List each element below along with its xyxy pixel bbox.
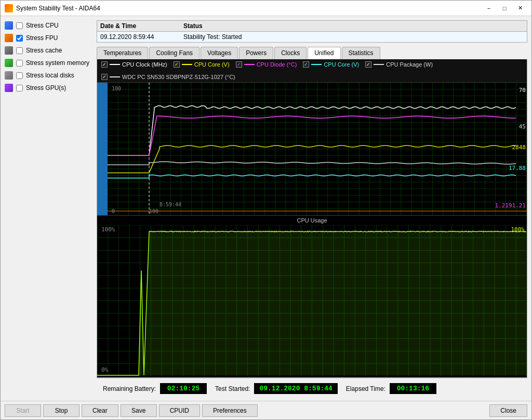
legend-cpu-diode-check[interactable]: ✓	[236, 61, 242, 68]
stress-memory-item: Stress system memory	[5, 58, 92, 68]
stress-cache-label: Stress cache	[26, 47, 62, 54]
elapsed-value: 00:13:16	[390, 383, 436, 394]
legend-cpu-diode-color	[244, 64, 255, 65]
fpu-icon	[5, 34, 13, 42]
legend-wdc-color	[110, 76, 120, 77]
legend-cpu-diode[interactable]: ✓ CPU Diode (°C)	[236, 61, 297, 68]
tab-temperatures[interactable]: Temperatures	[97, 47, 148, 59]
gpu-icon	[5, 84, 13, 92]
elapsed-label: Elapsed Time:	[346, 385, 385, 392]
left-panel: Stress CPU Stress FPU Stress cache Stres…	[1, 16, 97, 401]
x-label-0: 0	[112, 208, 115, 214]
tab-powers[interactable]: Powers	[239, 47, 273, 59]
stress-disk-item: Stress local disks	[5, 70, 92, 81]
clear-button[interactable]: Clear	[82, 404, 118, 417]
battery-item: Remaining Battery: 02:10:25	[103, 383, 207, 394]
maximize-button[interactable]: □	[497, 3, 512, 14]
close-window-button[interactable]: ✕	[513, 3, 527, 14]
legend-cpu-core-v2-label: CPU Core (V)	[324, 61, 359, 68]
legend-cpu-clock-check[interactable]: ✓	[101, 61, 108, 68]
bottom-bar: Start Stop Clear Save CPUID Preferences …	[1, 401, 531, 419]
y-value-1219: 1.2191.21	[495, 202, 526, 209]
top-chart-wrapper: 70 45 2848 17.88 1.2191.21 0 100 100 8:5…	[108, 83, 527, 215]
stress-gpu-checkbox[interactable]	[16, 85, 23, 91]
x-timestamp: 8:59:44	[159, 202, 181, 207]
legend-cpu-core-v2-color	[311, 64, 322, 65]
legend-cpu-core-v2-check[interactable]: ✓	[303, 61, 309, 68]
app-icon	[5, 4, 13, 12]
legend-cpu-clock[interactable]: ✓ CPU Clock (MHz)	[101, 61, 167, 68]
datetime-header: Date & Time	[100, 22, 183, 30]
tab-content-unified: ✓ CPU Clock (MHz) ✓ CPU Core (V) ✓ CPU D…	[97, 59, 527, 378]
x-label-100: 100	[149, 208, 158, 214]
tab-clocks[interactable]: Clocks	[274, 47, 307, 59]
bottom-chart-container: CPU Usage 100% 100% 0%	[97, 215, 527, 377]
legend-cpu-package-check[interactable]: ✓	[365, 61, 371, 68]
datetime-value: 09.12.2020 8:59:44	[100, 33, 183, 41]
cpu-icon	[5, 21, 13, 30]
right-section: Date & Time Status 09.12.2020 8:59:44 St…	[97, 16, 531, 401]
close-button[interactable]: Close	[489, 404, 527, 417]
cache-icon	[5, 46, 13, 55]
y-value-1788: 17.88	[509, 165, 526, 172]
preferences-button[interactable]: Preferences	[202, 404, 258, 417]
tab-cooling-fans[interactable]: Cooling Fans	[149, 47, 200, 59]
legend-cpu-core-v2[interactable]: ✓ CPU Core (V)	[303, 61, 359, 68]
status-table-header: Date & Time Status	[97, 21, 527, 32]
legend-cpu-diode-label: CPU Diode (°C)	[257, 61, 297, 68]
stress-gpu-item: Stress GPU(s)	[5, 83, 92, 93]
window-title: System Stability Test - AIDA64	[16, 5, 482, 12]
tab-unified[interactable]: Unified	[308, 47, 340, 59]
tab-statistics[interactable]: Statistics	[342, 47, 380, 59]
elapsed-item: Elapsed Time: 00:13:16	[346, 383, 436, 394]
stress-gpu-label: Stress GPU(s)	[26, 84, 66, 91]
legend-wdc-check[interactable]: ✓	[101, 74, 108, 80]
title-bar: System Stability Test - AIDA64 − □ ✕	[1, 1, 531, 16]
cpu-usage-max: 100%	[511, 226, 525, 233]
stress-fpu-checkbox[interactable]	[16, 35, 23, 42]
y-value-70: 70	[519, 87, 526, 94]
test-started-item: Test Started: 09.12.2020 8:59:44	[215, 383, 338, 394]
window-controls: − □ ✕	[482, 3, 527, 14]
battery-label: Remaining Battery:	[103, 385, 156, 392]
minimize-button[interactable]: −	[482, 3, 496, 14]
cpu-usage-top-label: 100%	[101, 226, 115, 233]
cpu-usage-bottom-label: 0%	[101, 366, 108, 373]
legend-cpu-core-v[interactable]: ✓ CPU Core (V)	[174, 61, 230, 68]
cpu-usage-title: CPU Usage	[97, 216, 527, 225]
legend-cpu-clock-label: CPU Clock (MHz)	[122, 61, 167, 68]
legend-cpu-package[interactable]: ✓ CPU Package (W)	[365, 61, 433, 68]
stress-cache-checkbox[interactable]	[16, 47, 23, 54]
legend-cpu-package-color	[374, 64, 384, 65]
status-table: Date & Time Status 09.12.2020 8:59:44 St…	[97, 20, 527, 43]
stress-cpu-checkbox[interactable]	[16, 22, 23, 29]
cpuid-button[interactable]: CPUID	[159, 404, 200, 417]
stress-disk-checkbox[interactable]	[16, 72, 23, 79]
start-button[interactable]: Start	[5, 404, 41, 417]
stress-fpu-item: Stress FPU	[5, 33, 92, 43]
battery-value: 02:10:25	[160, 383, 207, 394]
legend-cpu-core-v-check[interactable]: ✓	[174, 61, 180, 68]
chart-legend: ✓ CPU Clock (MHz) ✓ CPU Core (V) ✓ CPU D…	[97, 59, 527, 83]
stress-fpu-label: Stress FPU	[26, 34, 58, 42]
stop-button[interactable]: Stop	[43, 404, 79, 417]
y-value-2848: 2848	[512, 144, 526, 151]
legend-wdc-label: WDC PC SN530 SDBPNPZ-512G-1027 (°C)	[122, 74, 235, 80]
legend-cpu-package-label: CPU Package (W)	[386, 61, 433, 68]
disk-icon	[5, 71, 13, 80]
legend-cpu-clock-color	[110, 64, 120, 65]
stress-memory-label: Stress system memory	[26, 59, 89, 67]
save-button[interactable]: Save	[121, 404, 157, 417]
stress-memory-checkbox[interactable]	[16, 60, 23, 67]
tab-voltages[interactable]: Voltages	[201, 47, 238, 59]
test-started-value: 09.12.2020 8:59:44	[254, 383, 337, 394]
stress-cache-item: Stress cache	[5, 45, 92, 56]
status-table-row: 09.12.2020 8:59:44 Stability Test: Start…	[97, 32, 527, 42]
y-value-45: 45	[519, 123, 526, 130]
bottom-chart-canvas	[97, 225, 527, 376]
legend-wdc[interactable]: ✓ WDC PC SN530 SDBPNPZ-512G-1027 (°C)	[101, 74, 235, 80]
memory-icon	[5, 59, 13, 67]
legend-cpu-core-v-label: CPU Core (V)	[194, 61, 230, 68]
left-side-indicator	[97, 83, 108, 215]
test-started-label: Test Started:	[215, 385, 250, 392]
